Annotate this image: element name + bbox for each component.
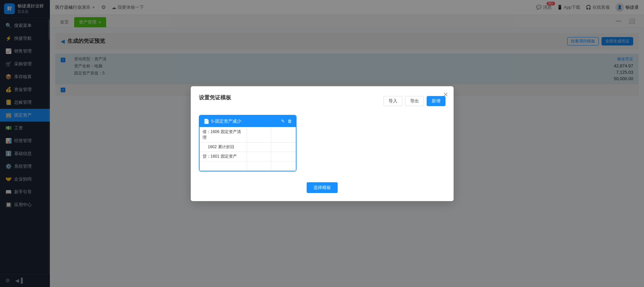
export-btn[interactable]: 导出 (405, 96, 424, 106)
template-entries-table: 借：1606 固定资产清理 1602 累计折旧 (200, 127, 296, 171)
modal-overlay: ✕ 设置凭证模板 导入 导出 新增 (50, 28, 644, 287)
modal-close-btn[interactable]: ✕ (443, 92, 448, 98)
template-card: 📄 5-固定资产减少 ✎ 🗑 (199, 115, 297, 171)
template-card-header: 📄 5-固定资产减少 ✎ 🗑 (200, 116, 296, 127)
template-card-title: 📄 5-固定资产减少 (204, 118, 242, 124)
entry-debit-2 (247, 142, 271, 152)
template-entry-row-3: 贷：1601 固定资产 (200, 152, 296, 161)
modal-header: 设置凭证模板 导入 导出 新增 (199, 94, 446, 108)
entry-empty (200, 161, 247, 170)
entry-credit-3 (271, 152, 296, 161)
main-area: 医疗器械行业演示 ▼ ⚙ ☁ 我要体验一下 💬 消息 99+ 📱 (50, 0, 644, 287)
new-template-btn[interactable]: 新增 (427, 96, 446, 106)
template-list: 📄 5-固定资产减少 ✎ 🗑 (199, 115, 446, 177)
template-card-actions: ✎ 🗑 (281, 119, 292, 124)
modal-title: 设置凭证模板 (199, 94, 231, 101)
template-full-title: 5-固定资产减少 (211, 118, 242, 124)
template-card-body: 借：1606 固定资产清理 1602 累计折旧 (200, 127, 296, 171)
content-area: ◀ 生成的凭证预览 批量调控模板 全部生成凭证 ✓ (50, 28, 644, 287)
template-entry-row-2: 1602 累计折旧 (200, 142, 296, 152)
entry-debit-1 (247, 127, 271, 142)
template-doc-icon: 📄 (204, 119, 209, 124)
entry-type-1: 借：1606 固定资产清理 (200, 127, 247, 142)
template-delete-icon[interactable]: 🗑 (287, 119, 292, 124)
import-btn[interactable]: 导入 (384, 96, 402, 106)
entry-credit-empty (271, 161, 296, 170)
entry-credit-2 (271, 142, 296, 152)
template-edit-icon[interactable]: ✎ (281, 119, 285, 124)
entry-type-3: 贷：1601 固定资产 (200, 152, 247, 161)
entry-debit-3 (247, 152, 271, 161)
template-entry-row-empty (200, 161, 296, 170)
entry-credit-1 (271, 127, 296, 142)
modal-dialog: ✕ 设置凭证模板 导入 导出 新增 (191, 86, 454, 201)
template-entry-row: 借：1606 固定资产清理 (200, 127, 296, 142)
entry-debit-empty (247, 161, 271, 170)
entry-type-2: 1602 累计折旧 (200, 142, 247, 152)
select-template-btn[interactable]: 选择模板 (307, 182, 338, 193)
modal-header-actions: 导入 导出 新增 (384, 96, 446, 106)
